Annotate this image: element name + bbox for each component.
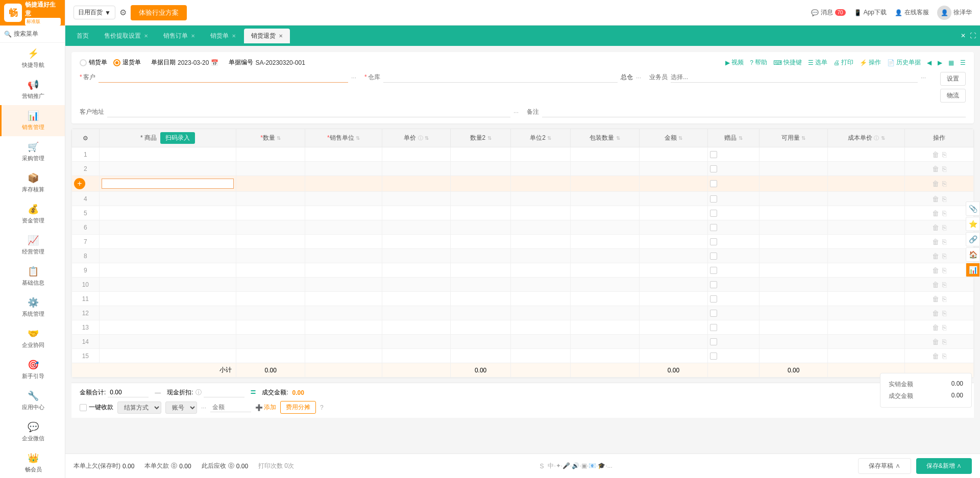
row-product-cell[interactable] [99,320,236,335]
sidebar-item-shortcut[interactable]: ⚡ 快捷导航 [0,43,65,74]
copy-row-icon[interactable]: ⎘ [942,209,946,217]
fee-help-icon[interactable]: ? [320,404,324,411]
row-price-cell[interactable] [382,192,450,206]
row-available-cell[interactable] [759,235,827,249]
customer-input[interactable] [99,72,348,83]
row-amount-cell[interactable] [639,292,707,306]
delete-row-icon[interactable]: 🗑 [932,281,939,289]
tab-sales-order-close[interactable]: ✕ [191,33,195,39]
row-qty-cell[interactable] [236,292,305,306]
row-pkg-cell[interactable] [571,206,639,220]
row-available-cell[interactable] [759,292,827,306]
copy-row-icon[interactable]: ⎘ [942,165,946,173]
sidebar-item-appstore[interactable]: 🔧 应用中心 [0,385,65,416]
date-value[interactable]: 2023-03-20 [178,59,209,66]
col-pkg-sort[interactable]: ⇅ [616,135,620,141]
gift-checkbox[interactable] [710,267,717,274]
row-product-cell[interactable] [99,292,236,306]
row-amount-cell[interactable] [639,176,707,192]
row-price-cell[interactable] [382,249,450,263]
delete-row-icon[interactable]: 🗑 [932,266,939,274]
logistics-btn[interactable]: 物流 [940,89,966,103]
row-gift-cell[interactable] [708,320,760,335]
row-qty-cell[interactable] [236,320,305,335]
row-pkg-cell[interactable] [571,349,639,363]
row-qty2-cell[interactable] [451,306,511,320]
copy-row-icon[interactable]: ⎘ [942,195,946,203]
row-cost-cell[interactable] [828,162,905,176]
row-amount-cell[interactable] [639,306,707,320]
col-gear-header[interactable]: ⚙ [72,129,100,147]
row-available-cell[interactable] [759,278,827,292]
row-price-cell[interactable] [382,206,450,220]
row-unit-cell[interactable] [305,263,382,278]
row-qty-cell[interactable] [236,263,305,278]
gift-checkbox[interactable] [710,180,717,187]
gift-checkbox[interactable] [710,238,717,245]
copy-row-icon[interactable]: ⎘ [942,252,946,260]
address-dots[interactable]: ··· [513,109,519,116]
row-qty2-cell[interactable] [451,220,511,235]
quick-link[interactable]: 🔗 [966,232,980,246]
col-available-sort[interactable]: ⇅ [801,135,805,141]
row-product-cell[interactable] [99,306,236,320]
row-amount-cell[interactable] [639,206,707,220]
row-qty2-cell[interactable] [451,176,511,192]
close-tab-icon[interactable]: ✕ [961,32,966,39]
gift-checkbox[interactable] [710,253,717,260]
row-cost-cell[interactable] [828,320,905,335]
row-unit2-cell[interactable] [510,235,571,249]
row-price-cell[interactable] [382,220,450,235]
help-action[interactable]: ? 帮助 [750,58,767,67]
quick-attach[interactable]: 📎 [966,202,980,216]
row-pkg-cell[interactable] [571,335,639,349]
gift-checkbox[interactable] [710,165,717,172]
row-cost-cell[interactable] [828,278,905,292]
row-available-cell[interactable] [759,206,827,220]
row-price-cell[interactable] [382,162,450,176]
tab-sales-return-close[interactable]: ✕ [279,33,283,39]
row-qty2-cell[interactable] [451,292,511,306]
sidebar-item-system[interactable]: ⚙️ 系统管理 [0,292,65,323]
row-unit-cell[interactable] [305,249,382,263]
row-unit2-cell[interactable] [510,176,571,192]
row-gift-cell[interactable] [708,263,760,278]
row-price-cell[interactable] [382,278,450,292]
row-unit2-cell[interactable] [510,320,571,335]
delete-row-icon[interactable]: 🗑 [932,295,939,303]
row-unit2-cell[interactable] [510,306,571,320]
gift-checkbox[interactable] [710,353,717,360]
copy-row-icon[interactable]: ⎘ [942,150,946,159]
staff-dots[interactable]: ··· [921,74,926,81]
row-amount-cell[interactable] [639,320,707,335]
row-available-cell[interactable] [759,192,827,206]
row-cost-cell[interactable] [828,349,905,363]
app-download-btn[interactable]: 📱 App下载 [854,8,887,17]
row-unit-cell[interactable] [305,320,382,335]
row-unit2-cell[interactable] [510,249,571,263]
row-pkg-cell[interactable] [571,292,639,306]
col-unit2-sort[interactable]: ⇅ [547,135,551,141]
sidebar-item-enterprise[interactable]: 🤝 企业协同 [0,323,65,354]
row-price-cell[interactable] [382,176,450,192]
tab-sales-order[interactable]: 销售订单 ✕ [156,29,202,43]
row-qty-cell[interactable] [236,176,305,192]
gift-checkbox[interactable] [710,210,717,217]
row-price-cell[interactable] [382,335,450,349]
row-qty2-cell[interactable] [451,278,511,292]
row-qty-cell[interactable] [236,206,305,220]
row-qty-cell[interactable] [236,306,305,320]
history-next-icon[interactable]: ▶ [938,59,942,66]
address-input[interactable] [107,107,510,117]
row-cost-cell[interactable] [828,147,905,162]
row-qty-cell[interactable] [236,278,305,292]
row-qty2-cell[interactable] [451,162,511,176]
settings-btn[interactable]: 设置 [940,72,966,86]
row-cost-cell[interactable] [828,192,905,206]
row-product-cell[interactable] [99,249,236,263]
row-amount-cell[interactable] [639,249,707,263]
row-pkg-cell[interactable] [571,306,639,320]
row-available-cell[interactable] [759,176,827,192]
row-pkg-cell[interactable] [571,220,639,235]
delete-row-icon[interactable]: 🗑 [932,252,939,260]
